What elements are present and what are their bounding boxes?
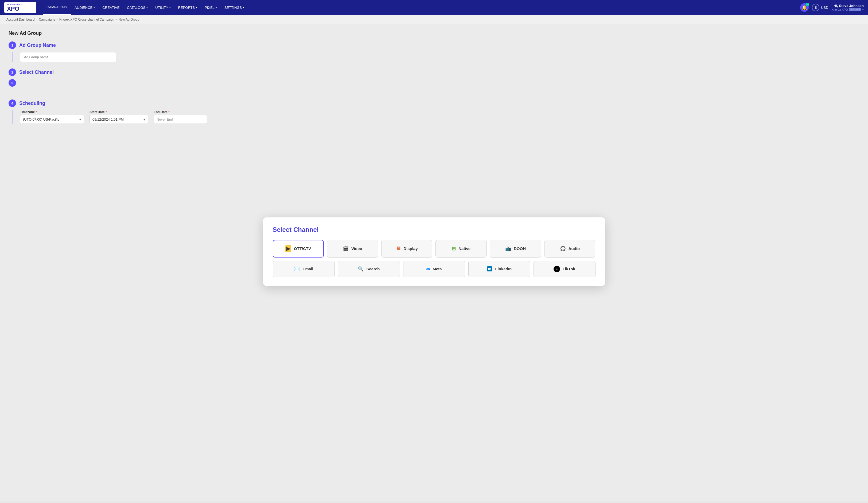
channel-dooh-button[interactable]: 📺 DOOH [490,240,541,258]
channel-search-button[interactable]: 🔍 Search [338,261,400,277]
channel-video-button[interactable]: 🎬 Video [327,240,378,258]
video-icon: 🎬 [343,246,349,252]
channel-tiktok-label: TikTok [562,266,575,271]
channel-audio-label: Audio [569,246,580,251]
channel-display-button[interactable]: 🖥 Display [381,240,432,258]
channel-linkedin-label: LinkedIn [495,266,512,271]
email-icon: ✉️ [294,266,300,272]
channel-tiktok-button[interactable]: ♪ TikTok [534,261,596,277]
dooh-icon: 📺 [505,246,511,252]
channel-grid-row2: ✉️ Email 🔍 Search ∞ Meta in LinkedIn ♪ T… [273,261,596,277]
native-icon: ⊞ [452,246,456,252]
channel-native-label: Native [458,246,471,251]
display-icon: 🖥 [396,246,401,251]
channel-display-label: Display [403,246,417,251]
ottctv-icon: ▶ [285,245,291,252]
channel-grid-row1: ▶ OTT/CTV 🎬 Video 🖥 Display ⊞ Native 📺 D… [273,240,596,258]
channel-linkedin-button[interactable]: in LinkedIn [468,261,530,277]
channel-email-button[interactable]: ✉️ Email [273,261,335,277]
linkedin-icon: in [487,266,493,271]
channel-video-label: Video [351,246,362,251]
select-channel-modal: Select Channel ▶ OTT/CTV 🎬 Video 🖥 Displ… [263,218,605,286]
channel-meta-label: Meta [433,266,442,271]
channel-meta-button[interactable]: ∞ Meta [403,261,465,277]
channel-dooh-label: DOOH [514,246,526,251]
channel-ottctv-button[interactable]: ▶ OTT/CTV [273,240,324,258]
modal-title: Select Channel [273,226,596,233]
channel-email-label: Email [302,266,313,271]
tiktok-icon: ♪ [554,266,560,272]
audio-icon: 🎧 [560,246,566,252]
search-icon: 🔍 [358,266,364,272]
channel-native-button[interactable]: ⊞ Native [435,240,486,258]
meta-icon: ∞ [426,266,430,272]
channel-search-label: Search [366,266,380,271]
modal-overlay: Select Channel ▶ OTT/CTV 🎬 Video 🖥 Displ… [0,0,868,503]
channel-audio-button[interactable]: 🎧 Audio [544,240,595,258]
channel-ottctv-label: OTT/CTV [294,246,311,251]
